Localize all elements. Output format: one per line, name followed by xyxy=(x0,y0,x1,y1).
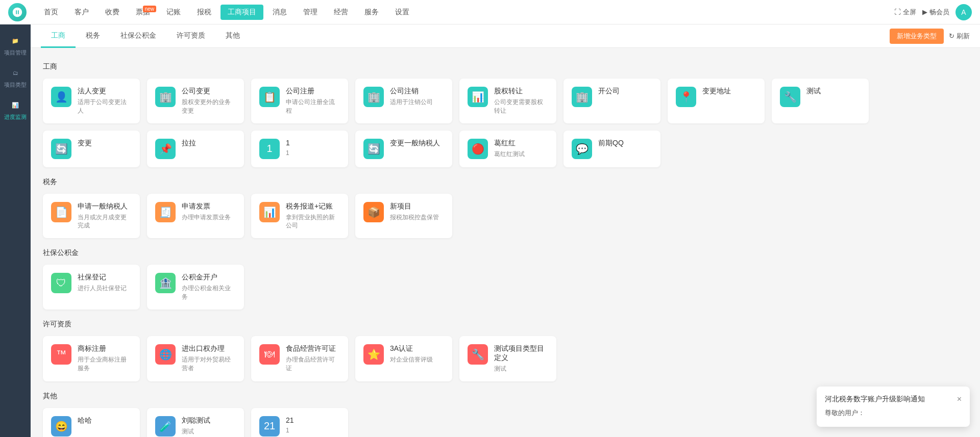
card-name-社保登记: 社保登记 xyxy=(78,273,132,282)
card-name-法人变更: 法人变更 xyxy=(78,87,132,96)
vip-icon: ▶ xyxy=(922,8,927,16)
refresh-button[interactable]: ↻ 刷新 xyxy=(949,32,970,41)
card-公司注册[interactable]: 📋 公司注册 申请公司注册全流程 xyxy=(251,79,348,123)
card-1[interactable]: 1 1 1 xyxy=(251,131,348,167)
card-申请发票[interactable]: 🧾 申请发票 办理申请发票业务 xyxy=(147,194,244,239)
nav-item-经营[interactable]: 经营 xyxy=(327,5,355,20)
tab-bar: 工商税务社保公积金许可资质其他 新增业务类型 ↻ 刷新 xyxy=(31,24,980,48)
section-title-工商: 工商 xyxy=(43,62,968,71)
notification-popup: 河北税务数字账户升级影响通知 × 尊敬的用户： xyxy=(817,387,970,427)
card-name-申请发票: 申请发票 xyxy=(182,202,236,211)
card-name-进出口权办理: 进出口权办理 xyxy=(182,344,236,353)
card-name-食品经营许可证: 食品经营许可证 xyxy=(286,344,340,353)
card-icon-前期QQ: 💬 xyxy=(572,139,592,159)
card-info-股权转让: 股权转让 公司变更需要股权转让 xyxy=(494,87,548,115)
nav-item-设置[interactable]: 设置 xyxy=(388,5,416,20)
tab-其他[interactable]: 其他 xyxy=(215,25,250,48)
card-测试项目类型目定义[interactable]: 🔧 测试项目类型目定义 测试 xyxy=(459,336,556,381)
card-公司变更[interactable]: 🏢 公司变更 股权变更外的业务变更 xyxy=(147,79,244,123)
card-desc-申请一般纳税人: 当月或次月成变更完成 xyxy=(78,213,132,230)
card-icon-法人变更: 👤 xyxy=(51,87,71,107)
card-社保登记[interactable]: 🛡 社保登记 进行人员社保登记 xyxy=(43,265,140,310)
vip-btn[interactable]: ▶ 畅会员 xyxy=(922,8,949,17)
card-葛红红[interactable]: 🔴 葛红红 葛红红测试 xyxy=(459,131,556,167)
card-desc-食品经营许可证: 办理食品经营许可证 xyxy=(286,355,340,373)
nav-item-管理[interactable]: 管理 xyxy=(296,5,325,20)
nav-item-收费[interactable]: 收费 xyxy=(98,5,127,20)
nav-item-记账[interactable]: 记账 xyxy=(159,5,188,20)
card-name-公积金开户: 公积金开户 xyxy=(182,273,236,282)
card-info-刘聪测试: 刘聪测试 测试 xyxy=(182,416,236,436)
card-info-法人变更: 法人变更 适用于公司变更法人 xyxy=(78,87,132,115)
nav-item-消息[interactable]: 消息 xyxy=(265,5,294,20)
card-商标注册[interactable]: ™ 商标注册 用于企业商标注册服务 xyxy=(43,336,140,381)
tab-actions: 新增业务类型 ↻ 刷新 xyxy=(890,29,970,44)
card-icon-公司变更: 🏢 xyxy=(155,87,176,107)
card-info-测试: 测试 xyxy=(806,87,861,98)
nav-item-票据[interactable]: 票据new xyxy=(129,5,157,20)
card-icon-社保登记: 🛡 xyxy=(51,273,71,293)
card-name-公司注销: 公司注销 xyxy=(390,87,444,96)
card-icon-新项目: 📦 xyxy=(363,202,384,222)
card-desc-社保登记: 进行人员社保登记 xyxy=(78,284,132,293)
card-法人变更[interactable]: 👤 法人变更 适用于公司变更法人 xyxy=(43,79,140,123)
nav-item-报税[interactable]: 报税 xyxy=(190,5,218,20)
card-开公司[interactable]: 🏢 开公司 xyxy=(564,79,660,123)
card-前期QQ[interactable]: 💬 前期QQ xyxy=(564,131,660,167)
avatar-text: A xyxy=(961,8,966,16)
tab-工商[interactable]: 工商 xyxy=(41,25,76,48)
nav-item-首页[interactable]: 首页 xyxy=(37,5,65,20)
card-icon-申请一般纳税人: 📄 xyxy=(51,202,71,222)
new-type-button[interactable]: 新增业务类型 xyxy=(890,29,944,44)
card-新项目[interactable]: 📦 新项目 报税加税控盘保管 xyxy=(355,194,452,239)
card-21[interactable]: 21 21 1 xyxy=(251,408,348,437)
sidebar-icon-1: 🗂 xyxy=(9,67,21,79)
card-name-开公司: 开公司 xyxy=(598,87,652,96)
notification-close-btn[interactable]: × xyxy=(957,395,962,404)
card-申请一般纳税人[interactable]: 📄 申请一般纳税人 当月或次月成变更完成 xyxy=(43,194,140,239)
tab-社保公积金[interactable]: 社保公积金 xyxy=(110,25,166,48)
nav-item-服务[interactable]: 服务 xyxy=(357,5,386,20)
card-desc-刘聪测试: 测试 xyxy=(182,427,236,436)
card-变更一般纳税人[interactable]: 🔄 变更一般纳税人 xyxy=(355,131,452,167)
fullscreen-btn[interactable]: ⛶ 全屏 xyxy=(894,8,916,17)
card-拉拉[interactable]: 📌 拉拉 xyxy=(147,131,244,167)
nav-item-工商项目[interactable]: 工商项目 xyxy=(220,5,263,20)
card-info-进出口权办理: 进出口权办理 适用于对外贸易经营者 xyxy=(182,344,236,373)
tab-税务[interactable]: 税务 xyxy=(76,25,110,48)
cards-grid-许可资质: ™ 商标注册 用于企业商标注册服务 🌐 进出口权办理 适用于对外贸易经营者 🍽 … xyxy=(43,336,968,381)
section-title-许可资质: 许可资质 xyxy=(43,320,968,329)
card-刘聪测试[interactable]: 🧪 刘聪测试 测试 xyxy=(147,408,244,437)
card-股权转让[interactable]: 📊 股权转让 公司变更需要股权转让 xyxy=(459,79,556,123)
nav-right: ⛶ 全屏 ▶ 畅会员 A xyxy=(894,4,972,20)
card-info-变更地址: 变更地址 xyxy=(702,87,756,98)
card-desc-股权转让: 公司变更需要股权转让 xyxy=(494,98,548,115)
sidebar-item-项目管理[interactable]: 📁项目管理 xyxy=(0,30,31,62)
card-info-哈哈: 哈哈 xyxy=(78,416,132,427)
card-食品经营许可证[interactable]: 🍽 食品经营许可证 办理食品经营许可证 xyxy=(251,336,348,381)
card-3A认证[interactable]: ⭐ 3A认证 对企业信誉评级 xyxy=(355,336,452,381)
sidebar-icon-2: 📊 xyxy=(9,99,21,111)
card-公积金开户[interactable]: 🏦 公积金开户 办理公积金相关业务 xyxy=(147,265,244,310)
avatar[interactable]: A xyxy=(955,4,972,20)
card-icon-进出口权办理: 🌐 xyxy=(155,344,176,365)
card-哈哈[interactable]: 😄 哈哈 xyxy=(43,408,140,437)
card-name-申请一般纳税人: 申请一般纳税人 xyxy=(78,202,132,211)
tab-许可资质[interactable]: 许可资质 xyxy=(166,25,215,48)
card-变更[interactable]: 🔄 变更 xyxy=(43,131,140,167)
card-税务报道+记账[interactable]: 📊 税务报道+记账 拿到营业执照的新公司 xyxy=(251,194,348,239)
card-desc-葛红红: 葛红红测试 xyxy=(494,150,548,159)
sidebar-item-进度监测[interactable]: 📊进度监测 xyxy=(0,94,31,126)
card-icon-开公司: 🏢 xyxy=(572,87,592,107)
card-公司注销[interactable]: 🏢 公司注销 适用于注销公司 xyxy=(355,79,452,123)
card-icon-税务报道+记账: 📊 xyxy=(259,202,280,222)
card-icon-公司注册: 📋 xyxy=(259,87,280,107)
card-进出口权办理[interactable]: 🌐 进出口权办理 适用于对外贸易经营者 xyxy=(147,336,244,381)
card-name-股权转让: 股权转让 xyxy=(494,87,548,96)
card-name-公司注册: 公司注册 xyxy=(286,87,340,96)
sidebar-item-项目类型[interactable]: 🗂项目类型 xyxy=(0,62,31,94)
card-测试[interactable]: 🔧 测试 xyxy=(772,79,869,123)
card-变更地址[interactable]: 📍 变更地址 xyxy=(668,79,765,123)
refresh-icon: ↻ xyxy=(949,32,954,40)
nav-item-客户[interactable]: 客户 xyxy=(67,5,96,20)
